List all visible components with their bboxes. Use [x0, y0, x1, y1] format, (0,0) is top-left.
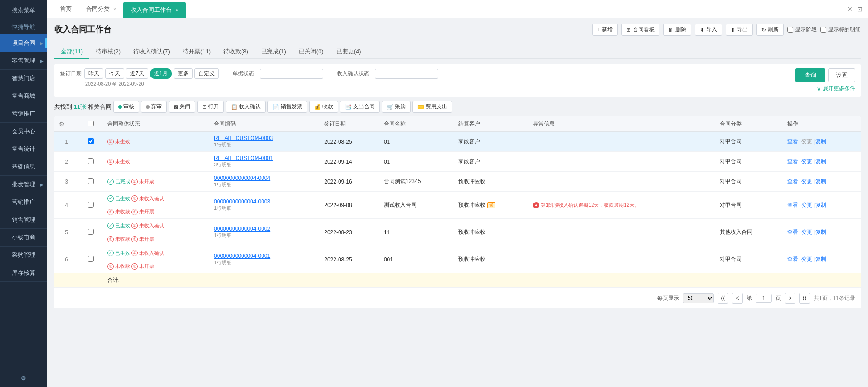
op-查看-link[interactable]: 查看	[787, 138, 798, 145]
status-tab-all[interactable]: 全部(11)	[54, 45, 89, 59]
sidebar-item-marketing2[interactable]: 营销推广	[0, 194, 47, 211]
date-filter-last7[interactable]: 近7天	[126, 68, 148, 79]
tab-contract_cat[interactable]: 合同分类×	[79, 0, 123, 18]
tab-close-contract_cat[interactable]: ×	[113, 6, 116, 12]
income-confirm-select[interactable]	[375, 69, 438, 79]
contract-board-button[interactable]: ⊞ 合同看板	[621, 24, 659, 36]
op-复制-link[interactable]: 复制	[815, 256, 826, 262]
page-size-wrapper[interactable]: 50 10 20 100	[683, 293, 714, 303]
op-查看-link[interactable]: 查看	[787, 158, 798, 164]
sidebar-item-basic_info[interactable]: 基础信息	[0, 158, 47, 176]
gear-icon[interactable]: ⚙	[59, 121, 65, 128]
table-row[interactable]: 4✓已生效 ①未收入确认①未收款 ①未开票00000000000004-0003…	[54, 192, 861, 219]
op-变更-link[interactable]: 变更	[801, 178, 812, 184]
contract-code-link[interactable]: RETAIL_CUSTOM-0001	[214, 155, 273, 161]
sidebar-nav[interactable]: 快捷导航	[0, 19, 47, 34]
page-number-input[interactable]	[756, 294, 772, 303]
row-checkbox[interactable]	[88, 138, 94, 144]
op-变更-link[interactable]: 变更	[801, 256, 812, 262]
page-size-select[interactable]: 50 10 20 100	[683, 293, 714, 303]
tab-income_workbench[interactable]: 收入合同工作台×	[123, 2, 185, 18]
set-button[interactable]: 设置	[828, 68, 855, 82]
sidebar-item-inventory[interactable]: 库存核算	[0, 264, 47, 282]
table-row[interactable]: 6✓已生效 ①未收入确认①未收款 ①未开票00000000000004-0001…	[54, 246, 861, 273]
row-checkbox[interactable]	[88, 202, 94, 208]
support-contract-button[interactable]: 📑 支出合同	[340, 101, 380, 113]
op-查看-link[interactable]: 查看	[787, 256, 798, 262]
sidebar-settings[interactable]: ⚙	[0, 369, 47, 387]
tab-home[interactable]: 首页	[53, 0, 79, 18]
query-button[interactable]: 查询	[795, 68, 825, 82]
show-flag-checkbox[interactable]: 显示标的明细	[820, 26, 861, 34]
date-filter-custom[interactable]: 自定义	[194, 68, 219, 79]
purchase-button[interactable]: 🛒 采购	[382, 101, 411, 113]
op-查看-link[interactable]: 查看	[787, 202, 798, 208]
contract-code-link[interactable]: 00000000000004-0001	[214, 253, 270, 259]
export-button[interactable]: ⬆ 导出	[726, 24, 753, 36]
sidebar-item-sales_mgmt[interactable]: 销售管理	[0, 211, 47, 229]
row-checkbox[interactable]	[88, 229, 94, 235]
receive-payment-button[interactable]: 💰 收款	[309, 101, 338, 113]
op-复制-link[interactable]: 复制	[815, 158, 826, 164]
table-row[interactable]: 2①未生效RETAIL_CUSTOM-00013行明细2022-09-1401零…	[54, 152, 861, 172]
sidebar-item-smart_store[interactable]: 智慧门店	[0, 70, 47, 87]
table-row[interactable]: 3✓已完成 ①未开票00000000000004-00041行明细2022-09…	[54, 172, 861, 192]
op-变更-link[interactable]: 变更	[801, 202, 812, 208]
table-row[interactable]: 1①未生效RETAIL_CUSTOM-00031行明细2022-08-2501零…	[54, 132, 861, 152]
op-复制-link[interactable]: 复制	[815, 178, 826, 184]
select-all-checkbox[interactable]	[88, 121, 94, 126]
delete-button[interactable]: 🗑 删除	[663, 24, 691, 36]
sidebar-search[interactable]: 搜索菜单	[0, 0, 47, 19]
expense-button[interactable]: 💳 费用支出	[412, 101, 452, 113]
prev-page-button[interactable]: <	[732, 293, 743, 304]
sidebar-item-wholesale[interactable]: 批发管理▶	[0, 176, 47, 194]
sidebar-item-retail[interactable]: 零售管理▶	[0, 52, 47, 70]
window-expand-icon[interactable]: ⊡	[857, 5, 863, 13]
op-复制-link[interactable]: 复制	[815, 202, 826, 208]
first-page-button[interactable]: ⟨⟨	[718, 293, 728, 304]
add-button[interactable]: + 新增	[592, 24, 618, 36]
op-变更-link[interactable]: 变更	[801, 138, 812, 145]
contract-code-link[interactable]: RETAIL_CUSTOM-0003	[214, 135, 273, 141]
refresh-button[interactable]: ↻ 刷新	[756, 24, 784, 36]
op-复制-link[interactable]: 复制	[815, 138, 826, 145]
status-tab-pending_income_confirm[interactable]: 待收入确认(7)	[127, 45, 176, 59]
sales-invoice-button[interactable]: 📄 销售发票	[267, 101, 307, 113]
status-tab-pending_invoice[interactable]: 待开票(11)	[176, 45, 217, 59]
op-变更-link[interactable]: 变更	[801, 229, 812, 235]
abandon-audit-button[interactable]: 弃审	[141, 101, 167, 113]
row-checkbox[interactable]	[88, 178, 94, 184]
row-checkbox[interactable]	[88, 158, 94, 164]
row-checkbox[interactable]	[88, 256, 94, 262]
status-tab-pending_payment[interactable]: 待收款(8)	[217, 45, 255, 59]
op-查看-link[interactable]: 查看	[787, 178, 798, 184]
contract-code-link[interactable]: 00000000000004-0003	[214, 198, 270, 205]
sidebar-item-project[interactable]: 项目合同▶	[0, 34, 47, 52]
tab-close-income_workbench[interactable]: ×	[175, 7, 178, 13]
open-contract-button[interactable]: ⊡ 打开	[197, 101, 224, 113]
expand-filter-button[interactable]: ∨ 展开更多条件	[817, 85, 855, 92]
table-row[interactable]: 5✓已生效 ①未收入确认①未收款 ①未开票00000000000004-0002…	[54, 219, 861, 246]
contract-code-link[interactable]: 00000000000004-0002	[214, 226, 270, 232]
next-page-button[interactable]: >	[785, 293, 795, 304]
sidebar-item-purchase[interactable]: 采购管理	[0, 247, 47, 264]
show-stage-checkbox[interactable]: 显示阶段	[787, 26, 817, 34]
op-复制-link[interactable]: 复制	[815, 229, 826, 235]
window-close-icon[interactable]: ✕	[847, 5, 853, 13]
status-tab-closed[interactable]: 已关闭(0)	[292, 45, 330, 59]
date-filter-yesterday[interactable]: 昨天	[84, 68, 103, 79]
date-filter-more[interactable]: 更多	[174, 68, 193, 79]
sidebar-item-xiaochang[interactable]: 小畅电商	[0, 229, 47, 247]
date-filter-last1month[interactable]: 近1月	[150, 68, 172, 79]
window-minimize-icon[interactable]: —	[836, 5, 843, 13]
sidebar-item-retail_stats[interactable]: 零售统计	[0, 140, 47, 158]
sidebar-item-marketing[interactable]: 营销推广	[0, 105, 47, 123]
op-变更-link[interactable]: 变更	[801, 158, 812, 164]
op-查看-link[interactable]: 查看	[787, 229, 798, 235]
sidebar-item-retail_mall[interactable]: 零售商城	[0, 87, 47, 105]
last-page-button[interactable]: ⟩⟩	[799, 293, 810, 304]
import-button[interactable]: ⬇ 导入	[695, 24, 722, 36]
date-filter-today[interactable]: 今天	[105, 68, 124, 79]
audit-button[interactable]: 审核	[113, 101, 139, 113]
close-contract-button[interactable]: ⊠ 关闭	[169, 101, 195, 113]
